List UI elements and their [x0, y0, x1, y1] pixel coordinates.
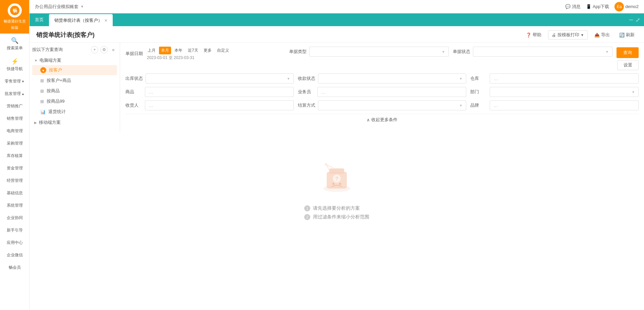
- scheme-edit-btn[interactable]: ⚙: [100, 46, 108, 53]
- date-tab-last7days[interactable]: 近7天: [186, 47, 200, 54]
- scheme-add-btn[interactable]: +: [91, 46, 98, 53]
- export-btn[interactable]: 📤 导出: [592, 31, 612, 39]
- print-btn[interactable]: 🖨 按模板打印 ▼: [548, 30, 588, 40]
- filter-consignee-input[interactable]: …: [145, 100, 294, 110]
- tab-home[interactable]: 首页: [30, 13, 49, 26]
- sidebar-item-system[interactable]: 系统管理: [0, 199, 29, 212]
- sidebar-item-member[interactable]: 畅会员: [0, 261, 29, 274]
- sidebar: 畅 畅捷通好生意 标版 🔍 搜索菜单 ⚡ 快捷导航 零售管理 ▼ 批发管理 ▲ …: [0, 0, 30, 310]
- sidebar-item-sales[interactable]: 销售管理: [0, 112, 29, 125]
- scheme-group-mobile: ▶ 移动端方案: [32, 118, 117, 127]
- filter-row-3: 商品 … 业务员 … 部门: [125, 87, 639, 97]
- sidebar-item-basic[interactable]: 基础信息: [0, 187, 29, 199]
- scheme-group-pc: ▼ 电脑端方案 ● 按客户 ⊞ 按客户+商品 ⊞: [32, 56, 117, 117]
- filter-settlement-label: 结算方式: [298, 102, 315, 108]
- filter-warehouse-input[interactable]: …: [490, 73, 639, 84]
- scheme-collapse-btn[interactable]: «: [110, 46, 117, 53]
- filter-brand-item: 品牌 …: [470, 100, 639, 110]
- return-stat-icon: 📊: [40, 109, 46, 114]
- scheme-panel: 按以下方案查询 + ⚙ « ▼ 电脑端方案: [30, 43, 120, 132]
- message-btn[interactable]: 💬 消息: [565, 4, 581, 10]
- filter-order-type-input[interactable]: ▼: [309, 47, 449, 57]
- filter-order-status-label: 单据状态: [453, 49, 470, 55]
- sidebar-nav: 🔍 搜索菜单 ⚡ 快捷导航 零售管理 ▼ 批发管理 ▲ 营销推广 销售管理 电商…: [0, 34, 29, 310]
- filter-order-status-input[interactable]: ▼: [473, 47, 612, 57]
- filter-receipt-status-input[interactable]: ▼: [318, 73, 466, 84]
- sidebar-item-quicknav[interactable]: ⚡ 快捷导航: [0, 54, 29, 75]
- sidebar-item-purchase-label: 采购管理: [7, 141, 23, 146]
- by-customer-icon: ●: [40, 67, 46, 73]
- sidebar-item-marketing[interactable]: 营销推广: [0, 100, 29, 112]
- date-tab-custom[interactable]: 自定义: [215, 47, 231, 54]
- help-btn[interactable]: ❓ 帮助: [523, 31, 544, 39]
- order-type-arrow-icon: ▼: [442, 50, 445, 54]
- sidebar-item-operations[interactable]: 经营管理: [0, 174, 29, 187]
- sidebar-item-appcenter[interactable]: 应用中心: [0, 237, 29, 249]
- sidebar-item-system-label: 系统管理: [7, 203, 23, 208]
- sidebar-item-purchase[interactable]: 采购管理: [0, 137, 29, 150]
- sidebar-item-search-label: 搜索菜单: [7, 45, 23, 51]
- refresh-label: 刷新: [626, 32, 635, 38]
- filter-salesperson-input[interactable]: …: [317, 87, 466, 97]
- scheme-group-pc-header[interactable]: ▼ 电脑端方案: [32, 56, 117, 65]
- scheme-item-by-goods-99[interactable]: ⊞ 按商品99: [32, 96, 117, 106]
- filter-out-status-input[interactable]: ▼: [146, 73, 294, 84]
- date-tab-this-month[interactable]: 本月: [159, 47, 171, 54]
- scheme-item-by-goods[interactable]: ⊞ 按商品: [32, 86, 117, 96]
- collapse-more-btn[interactable]: ∧ 收起更多条件: [367, 117, 397, 123]
- svg-text:?: ?: [335, 176, 338, 181]
- sidebar-item-wholesale[interactable]: 批发管理 ▲: [0, 88, 29, 100]
- sidebar-item-inventory-label: 库存核算: [7, 153, 23, 159]
- logo-icon: 畅: [8, 3, 22, 17]
- print-dropdown-icon: ▼: [581, 33, 584, 37]
- scheme-item-by-customer-goods[interactable]: ⊞ 按客户+商品: [32, 75, 117, 86]
- app-download-btn[interactable]: 📱 App下载: [586, 4, 609, 10]
- sidebar-item-cooperation[interactable]: 企业协同: [0, 212, 29, 224]
- date-tab-this-year[interactable]: 本年: [172, 47, 184, 54]
- filter-section: 按以下方案查询 + ⚙ « ▼ 电脑端方案: [30, 43, 644, 132]
- filter-goods-label: 商品: [125, 89, 142, 95]
- filter-warehouse-item: 仓库 …: [470, 73, 639, 84]
- filter-goods-input[interactable]: …: [145, 87, 294, 97]
- query-btn[interactable]: 查询: [616, 47, 639, 58]
- tab-sales-stat[interactable]: 销货单统计表（按客户） ✕: [49, 14, 113, 27]
- sidebar-item-appcenter-label: 应用中心: [7, 240, 23, 246]
- avatar-initials: Ea: [617, 4, 622, 9]
- filter-brand-input[interactable]: …: [490, 100, 639, 110]
- filter-row-4: 收货人 … 结算方式 ▼: [125, 100, 639, 110]
- topbar-industry[interactable]: 办公用品行业模拟账套 ▼: [35, 4, 84, 10]
- sidebar-item-marketing-label: 营销推广: [7, 103, 23, 109]
- filter-settlement-input[interactable]: ▼: [318, 100, 466, 110]
- sidebar-item-wholesale-label: 批发管理: [5, 91, 21, 97]
- sidebar-item-finance[interactable]: 资金管理: [0, 162, 29, 174]
- scheme-item-by-customer[interactable]: ● 按客户: [32, 65, 117, 75]
- scheme-item-return-stat[interactable]: 📊 退货统计: [32, 107, 117, 117]
- sidebar-item-corpwechat[interactable]: 企业微信: [0, 249, 29, 261]
- minimize-icon[interactable]: ─: [629, 17, 633, 23]
- tab-close-icon[interactable]: ✕: [104, 18, 107, 23]
- receipt-status-arrow-icon: ▼: [459, 77, 463, 81]
- filter-salesperson-label: 业务员: [298, 89, 315, 95]
- date-tab-last-month[interactable]: 上月: [146, 47, 158, 54]
- refresh-btn[interactable]: 🔄 刷新: [616, 31, 637, 39]
- logo-area[interactable]: 畅 畅捷通好生意 标版: [0, 0, 29, 34]
- sidebar-item-newbie[interactable]: 新手引导: [0, 224, 29, 237]
- settings-btn[interactable]: 设置: [617, 60, 639, 70]
- sidebar-item-inventory[interactable]: 库存核算: [0, 150, 29, 162]
- maximize-icon[interactable]: ⤢: [636, 17, 640, 23]
- sidebar-item-member-label: 畅会员: [9, 265, 21, 270]
- filter-out-status-item: 出库状态 ▼: [125, 73, 294, 84]
- user-area[interactable]: Ea demo2: [614, 2, 639, 11]
- wholesale-arrow-icon: ▲: [21, 92, 24, 96]
- sidebar-item-ecommerce[interactable]: 电商管理: [0, 125, 29, 137]
- sidebar-item-finance-label: 资金管理: [7, 165, 23, 171]
- order-status-arrow-icon: ▼: [605, 50, 609, 54]
- by-goods-99-icon: ⊞: [40, 99, 44, 104]
- date-tab-more[interactable]: 更多: [202, 47, 214, 54]
- filter-department-item: 部门 ▼: [470, 87, 639, 97]
- pc-group-label: 电脑端方案: [40, 57, 61, 63]
- sidebar-item-retail[interactable]: 零售管理 ▼: [0, 75, 29, 88]
- sidebar-item-search[interactable]: 🔍 搜索菜单: [0, 34, 29, 54]
- filter-department-input[interactable]: ▼: [490, 87, 639, 97]
- scheme-group-mobile-header[interactable]: ▶ 移动端方案: [32, 118, 117, 127]
